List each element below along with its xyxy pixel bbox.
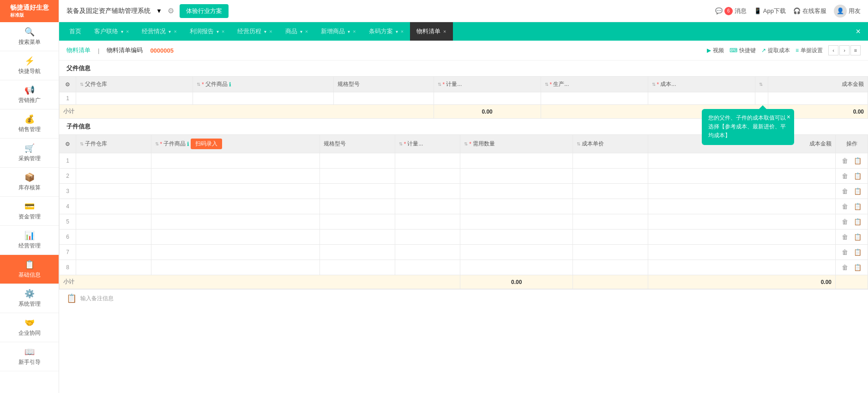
parent-col-gear[interactable]: ⚙ xyxy=(60,77,76,92)
tab-close-icon[interactable]: × xyxy=(269,29,272,34)
parent-unit-cell[interactable] xyxy=(434,92,541,105)
child-warehouse-cell[interactable] xyxy=(76,199,151,214)
child-spec-cell[interactable] xyxy=(320,153,395,169)
sidebar-item-purchase[interactable]: 🛒采购管理 xyxy=(0,139,59,168)
child-unit-cell[interactable] xyxy=(395,199,460,214)
sidebar-item-quick-nav[interactable]: ⚡快捷导航 xyxy=(0,51,59,80)
nav-next-btn[interactable]: › xyxy=(839,45,850,55)
child-cost-amount-cell[interactable] xyxy=(648,245,835,260)
child-product-cell[interactable] xyxy=(151,230,320,245)
delete-row-btn[interactable]: 🗑 xyxy=(840,217,850,226)
sidebar-item-inventory[interactable]: 📦库存核算 xyxy=(0,168,59,197)
scan-input-btn[interactable]: 扫码录入 xyxy=(191,139,222,149)
sidebar-item-system[interactable]: ⚙️系统管理 xyxy=(0,284,59,313)
copy-row-btn[interactable]: 📋 xyxy=(852,217,863,226)
child-unit-cell[interactable] xyxy=(395,245,460,260)
navtab-6[interactable]: 新增商品▾× xyxy=(314,22,362,41)
video-btn[interactable]: ▶ 视频 xyxy=(707,47,724,54)
child-spec-cell[interactable] xyxy=(320,184,395,199)
sidebar-item-marketing[interactable]: 📢营销推广 xyxy=(0,80,59,109)
child-cost-amount-cell[interactable] xyxy=(648,169,835,184)
copy-row-btn[interactable]: 📋 xyxy=(852,156,863,165)
navtab-4[interactable]: 经营历程▾× xyxy=(231,22,278,41)
app-download-item[interactable]: 📱 App下载 xyxy=(754,7,786,15)
sort-icon[interactable]: ⇅ xyxy=(759,82,763,87)
gear-icon[interactable]: ⚙ xyxy=(168,6,174,15)
delete-row-btn[interactable]: 🗑 xyxy=(840,232,850,242)
child-warehouse-cell[interactable] xyxy=(76,184,151,199)
sort-icon[interactable]: ⇅ xyxy=(399,141,403,146)
delete-row-btn[interactable]: 🗑 xyxy=(840,202,850,211)
delete-row-btn[interactable]: 🗑 xyxy=(840,248,850,257)
tooltip-close-btn[interactable]: × xyxy=(787,112,790,122)
parent-cost-amount-cell[interactable] xyxy=(768,92,868,105)
child-warehouse-cell[interactable] xyxy=(76,153,151,169)
sort-icon[interactable]: ⇅ xyxy=(80,141,84,146)
sort-icon[interactable]: ⇅ xyxy=(80,82,84,87)
user-item[interactable]: 👤 用友 xyxy=(834,5,861,18)
sort-icon[interactable]: ⇅ xyxy=(545,82,549,87)
child-unit-cell[interactable] xyxy=(395,184,460,199)
copy-row-btn[interactable]: 📋 xyxy=(852,171,863,181)
navtab-5[interactable]: 商品▾× xyxy=(279,22,314,41)
child-qty-cell[interactable] xyxy=(460,184,573,199)
tab-close-icon[interactable]: × xyxy=(443,29,446,34)
navtab-8[interactable]: 物料清单× xyxy=(410,22,452,41)
sidebar-item-sales[interactable]: 💰销售管理 xyxy=(0,109,59,139)
navtab-3[interactable]: 利润报告▾× xyxy=(183,22,231,41)
navtab-2[interactable]: 经营情况▾× xyxy=(135,22,183,41)
sidebar-item-finance[interactable]: 💳资金管理 xyxy=(0,197,59,226)
child-warehouse-cell[interactable] xyxy=(76,214,151,230)
parent-cost-cell[interactable] xyxy=(648,92,755,105)
child-col-gear[interactable]: ⚙ xyxy=(60,135,76,153)
child-product-cell[interactable] xyxy=(151,245,320,260)
child-unit-cost-cell[interactable] xyxy=(573,153,648,169)
child-qty-cell[interactable] xyxy=(460,214,573,230)
navtab-1[interactable]: 客户联络▾× xyxy=(88,22,135,41)
child-product-cell[interactable] xyxy=(151,169,320,184)
shortcut-btn[interactable]: ⌨ 快捷键 xyxy=(729,47,756,54)
child-warehouse-cell[interactable] xyxy=(76,230,151,245)
breadcrumb[interactable]: 物料清单 xyxy=(66,46,90,54)
child-unit-cost-cell[interactable] xyxy=(573,184,648,199)
copy-row-btn[interactable]: 📋 xyxy=(852,263,863,272)
child-qty-cell[interactable] xyxy=(460,153,573,169)
child-unit-cell[interactable] xyxy=(395,214,460,230)
child-unit-cost-cell[interactable] xyxy=(573,169,648,184)
system-dropdown[interactable]: ▼ xyxy=(156,7,162,14)
sidebar-item-search[interactable]: 🔍搜索菜单 xyxy=(0,22,59,51)
parent-warehouse-cell[interactable] xyxy=(76,92,193,105)
copy-row-btn[interactable]: 📋 xyxy=(852,202,863,211)
sort-icon[interactable]: ⇅ xyxy=(464,141,468,146)
child-spec-cell[interactable] xyxy=(320,230,395,245)
child-cost-amount-cell[interactable] xyxy=(648,153,835,169)
nav-prev-btn[interactable]: ‹ xyxy=(828,45,838,55)
child-unit-cost-cell[interactable] xyxy=(573,214,648,230)
copy-row-btn[interactable]: 📋 xyxy=(852,187,863,196)
parent-production-cell[interactable] xyxy=(541,92,648,105)
child-spec-cell[interactable] xyxy=(320,199,395,214)
trial-button[interactable]: 体验行业方案 xyxy=(180,4,229,18)
child-product-cell[interactable] xyxy=(151,214,320,230)
sidebar-item-guide[interactable]: 📖新手引导 xyxy=(0,342,59,371)
parent-spec-cell[interactable] xyxy=(334,92,434,105)
sidebar-item-basics[interactable]: 📋基础信息 xyxy=(0,255,59,284)
nav-menu-btn[interactable]: ≡ xyxy=(850,45,861,55)
sidebar-item-operations[interactable]: 📊经营管理 xyxy=(0,226,59,255)
help-icon[interactable]: ℹ xyxy=(187,141,189,147)
child-cost-amount-cell[interactable] xyxy=(648,230,835,245)
child-product-cell[interactable] xyxy=(151,199,320,214)
message-item[interactable]: 💬 6 消息 xyxy=(715,7,747,15)
copy-row-btn[interactable]: 📋 xyxy=(852,232,863,242)
child-spec-cell[interactable] xyxy=(320,245,395,260)
tab-close-icon[interactable]: × xyxy=(353,29,356,34)
child-unit-cell[interactable] xyxy=(395,153,460,169)
child-qty-cell[interactable] xyxy=(460,245,573,260)
sort-icon[interactable]: ⇅ xyxy=(155,141,159,146)
parent-product-cell[interactable] xyxy=(193,92,334,105)
child-unit-cell[interactable] xyxy=(395,260,460,275)
child-spec-cell[interactable] xyxy=(320,214,395,230)
child-cost-amount-cell[interactable] xyxy=(648,184,835,199)
sort-icon[interactable]: ⇅ xyxy=(652,82,656,87)
online-service-item[interactable]: 🎧 在线客服 xyxy=(793,7,826,15)
